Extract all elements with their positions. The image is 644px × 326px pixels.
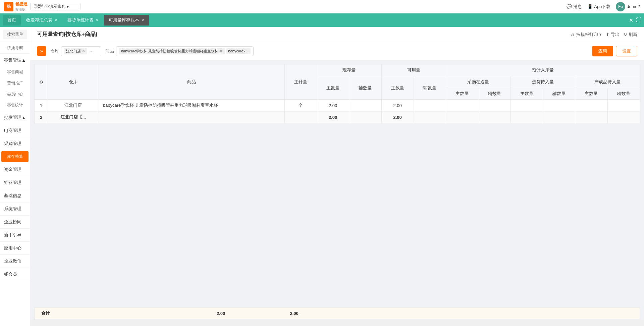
- th-inbound-main: 主数量: [511, 88, 543, 100]
- warehouse-tag-remove[interactable]: ✕: [82, 49, 85, 53]
- sidebar-wechat-label: 企业微信: [4, 258, 21, 264]
- table-row: 2 江北门店【... 2.00 2.00: [35, 111, 640, 123]
- sidebar-group-collab: 企业协同: [0, 216, 30, 229]
- search-menu-btn[interactable]: 搜索菜单: [3, 30, 27, 39]
- sidebar-group-retail: 零售管理 ▲ 零售商城 营销推广 会员中心 零售统计: [0, 54, 30, 111]
- sidebar-ops-label: 经营管理: [4, 180, 21, 186]
- logo-icon: 畅: [4, 2, 13, 11]
- print-btn[interactable]: 🖨 按模板打印 ▾: [571, 32, 602, 38]
- sidebar-group-member-header[interactable]: 畅会员: [0, 268, 30, 281]
- row-1-current-main: 2.00: [317, 100, 349, 111]
- setting-btn[interactable]: 设置: [616, 46, 637, 56]
- download-icon: 📱: [587, 4, 593, 9]
- sidebar-group-retail-header[interactable]: 零售管理 ▲: [0, 54, 30, 66]
- product-filter-label: 商品: [105, 48, 114, 54]
- sidebar-item-retail-mall[interactable]: 零售商城: [0, 66, 30, 78]
- sidebar-group-finance-header[interactable]: 资金管理: [0, 163, 30, 176]
- sidebar-group-wholesale-header[interactable]: 批发管理 ▲: [0, 111, 30, 124]
- print-label: 按模板打印: [576, 32, 598, 38]
- th-available-main: 主数量: [381, 76, 414, 100]
- page-header: 可用量查询(按仓库+商品) 🖨 按模板打印 ▾ ⬆ 导出 ↻ 刷新: [30, 27, 644, 42]
- top-bar-right: 💬 消息 📱 App下载 Ea demo2: [567, 2, 640, 11]
- sidebar-member-label: 畅会员: [4, 271, 17, 277]
- warehouse-more[interactable]: ···: [89, 49, 92, 53]
- filter-toggle-btn[interactable]: »: [37, 46, 46, 56]
- sidebar-group-appcenter-header[interactable]: 应用中心: [0, 242, 30, 254]
- th-warehouse: 仓库: [48, 64, 99, 100]
- page-actions: 🖨 按模板打印 ▾ ⬆ 导出 ↻ 刷新: [571, 32, 637, 38]
- sidebar-group-base-header[interactable]: 基础信息: [0, 189, 30, 202]
- query-btn[interactable]: 查询: [592, 46, 613, 56]
- warehouse-input[interactable]: 江北门店 ✕ ···: [61, 46, 101, 56]
- sidebar-group-ops-header[interactable]: 经营管理: [0, 176, 30, 189]
- th-purchase-transit: 采购在途量: [446, 76, 511, 88]
- refresh-label: 刷新: [629, 32, 637, 38]
- th-inbound-aux: 辅数量: [543, 88, 575, 100]
- row-2-available-aux: [414, 111, 446, 123]
- sidebar-group-wholesale: 批发管理 ▲: [0, 111, 30, 124]
- quick-nav-btn[interactable]: 快捷导航: [0, 42, 30, 54]
- product-tag-2: babycare?...: [226, 48, 251, 54]
- tab-receipts[interactable]: 收发存汇总表 ✕: [21, 15, 62, 26]
- sidebar-group-member: 畅会员: [0, 268, 30, 281]
- sidebar-wholesale-label: 批发管理: [4, 114, 21, 121]
- row-1-product: babycare学饮杯 儿童防摔防撞吸管杯重力球吸嘴杯宝宝水杯: [99, 100, 284, 111]
- tab-order-stats-close[interactable]: ✕: [96, 18, 99, 22]
- sidebar-group-system-header[interactable]: 系统管理: [0, 202, 30, 215]
- th-gear[interactable]: ⚙: [35, 64, 48, 100]
- tab-receipts-close[interactable]: ✕: [54, 18, 57, 22]
- tab-available-stock-close[interactable]: ✕: [141, 18, 144, 22]
- warehouse-tag-value: 江北门店: [66, 49, 81, 54]
- app-download-btn[interactable]: 📱 App下载: [587, 4, 610, 10]
- sidebar-item-inventory[interactable]: 库存核算: [1, 151, 29, 162]
- th-purchase-aux: 辅数量: [478, 88, 511, 100]
- message-icon: 💬: [567, 4, 572, 9]
- username: demo2: [627, 4, 640, 9]
- sidebar-item-member-center[interactable]: 会员中心: [0, 89, 30, 100]
- export-btn[interactable]: ⬆ 导出: [606, 32, 620, 38]
- warehouse-filter-label: 仓库: [50, 48, 59, 54]
- sidebar-guide-label: 新手引导: [4, 232, 21, 238]
- tab-home[interactable]: 首页: [3, 15, 21, 26]
- sidebar-purchase-label: 采购管理: [4, 141, 21, 147]
- bottom-scrollbar[interactable]: [30, 319, 644, 326]
- user-profile[interactable]: Ea demo2: [616, 2, 640, 11]
- top-bar: 畅 畅捷通 标准版 母婴行业演示账套 ▾ 💬 消息 📱 App下载 Ea dem…: [0, 0, 644, 13]
- filter-actions: 查询 设置: [592, 46, 637, 56]
- th-product: 商品: [99, 64, 284, 100]
- th-finished-main: 主数量: [575, 88, 607, 100]
- sidebar-group-purchase-header[interactable]: 采购管理: [0, 137, 30, 150]
- close-all-icon[interactable]: ✕: [629, 17, 633, 24]
- sidebar-group-wechat-header[interactable]: 企业微信: [0, 255, 30, 268]
- chevron-down-icon: ▾: [67, 4, 69, 9]
- row-2-finished-main: [575, 111, 607, 123]
- refresh-btn[interactable]: ↻ 刷新: [624, 32, 637, 38]
- tab-available-stock[interactable]: 可用量库存账本 ✕: [104, 15, 149, 26]
- row-2-current-aux: [349, 111, 381, 123]
- table-row: 1 江北门店 babycare学饮杯 儿童防摔防撞吸管杯重力球吸嘴杯宝宝水杯 个…: [35, 100, 640, 111]
- avatar: Ea: [616, 2, 625, 11]
- sidebar-item-retail-stats[interactable]: 零售统计: [0, 100, 30, 111]
- industry-selector[interactable]: 母婴行业演示账套 ▾: [30, 3, 80, 10]
- tab-order-stats[interactable]: 要货单统计表 ✕: [63, 15, 103, 26]
- product-input[interactable]: babycare学饮杯 儿童防摔防撞吸管杯重力球吸嘴杯宝宝水杯 ✕ babyca…: [116, 46, 254, 56]
- product-tag-1-remove[interactable]: ✕: [219, 49, 223, 53]
- row-1-warehouse: 江北门店: [48, 100, 99, 111]
- sidebar-group-guide-header[interactable]: 新手引导: [0, 229, 30, 241]
- expand-icon[interactable]: ⛶: [636, 17, 641, 23]
- sidebar-group-ecom-header[interactable]: 电商管理: [0, 124, 30, 137]
- footer-available-main: 2.00: [281, 311, 308, 316]
- footer-label: 合计: [41, 310, 68, 316]
- row-1-finished-aux: [607, 100, 640, 111]
- message-btn[interactable]: 💬 消息: [567, 4, 582, 10]
- sidebar-group-appcenter: 应用中心: [0, 242, 30, 255]
- row-1-available-main: 2.00: [381, 100, 414, 111]
- row-1-inbound-main: [511, 100, 543, 111]
- warehouse-filter: 仓库 江北门店 ✕ ···: [50, 46, 101, 56]
- table-container[interactable]: ⚙ 仓库 商品 主计量 现存量 可用量 预计入库量 主数量 辅数量 主数量 辅数…: [30, 60, 644, 307]
- product-tag-2-value: babycare?...: [228, 49, 249, 53]
- sidebar-group-guide: 新手引导: [0, 229, 30, 242]
- sidebar-item-marketing[interactable]: 营销推广: [0, 78, 30, 89]
- tab-bar: 首页 收发存汇总表 ✕ 要货单统计表 ✕ 可用量库存账本 ✕ ✕ ⛶: [0, 13, 644, 27]
- sidebar-group-collab-header[interactable]: 企业协同: [0, 216, 30, 228]
